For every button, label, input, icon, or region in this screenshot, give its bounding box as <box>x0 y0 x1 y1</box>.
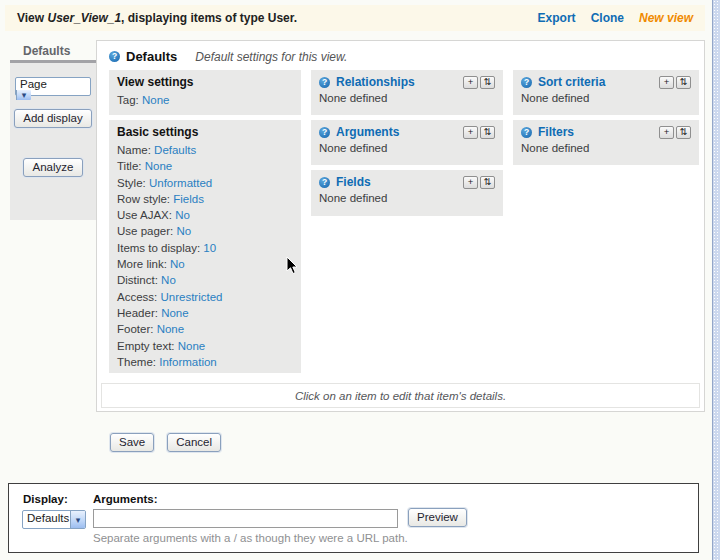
sort-criteria-title-link[interactable]: Sort criteria <box>538 75 605 89</box>
setting-value-link[interactable]: No <box>161 274 176 286</box>
fields-title-link[interactable]: Fields <box>336 175 371 189</box>
setting-label: Title: <box>117 160 142 172</box>
setting-label: Theme: <box>117 356 156 368</box>
relationships-title-link[interactable]: Relationships <box>336 75 415 89</box>
setting-row-theme: Theme: Information <box>117 354 293 370</box>
setting-row-distinct: Distinct: No <box>117 272 293 288</box>
tab-defaults[interactable]: Defaults <box>10 40 96 60</box>
setting-row-empty-text: Empty text: None <box>117 338 293 354</box>
panel-title: Defaults <box>126 49 177 64</box>
help-icon[interactable]: ? <box>319 77 330 88</box>
setting-value-link[interactable]: Unformatted <box>149 177 212 189</box>
rearrange-icon[interactable]: ⇅ <box>480 126 495 139</box>
help-icon[interactable]: ? <box>521 127 532 138</box>
display-type-select[interactable]: Page ▾ <box>15 77 91 96</box>
arguments-buttons: + ⇅ <box>463 126 495 139</box>
setting-value-link[interactable]: Defaults <box>154 144 196 156</box>
filters-empty-text: None defined <box>521 142 691 154</box>
preview-display-label: Display: <box>23 493 68 505</box>
add-icon[interactable]: + <box>463 126 478 139</box>
setting-value-link[interactable]: None <box>145 160 173 172</box>
setting-label: Access: <box>117 291 157 303</box>
filters-title-link[interactable]: Filters <box>538 125 574 139</box>
panel-description: Default settings for this view. <box>195 50 347 64</box>
view-settings-box: View settings Tag: None <box>109 70 301 115</box>
cancel-button[interactable]: Cancel <box>167 433 221 452</box>
fields-buttons: + ⇅ <box>463 176 495 189</box>
relationships-head: ? Relationships + ⇅ <box>319 75 495 89</box>
setting-value-link[interactable]: No <box>176 225 191 237</box>
setting-value-link[interactable]: None <box>142 94 170 106</box>
setting-label: Use AJAX: <box>117 209 172 221</box>
rearrange-icon[interactable]: ⇅ <box>480 76 495 89</box>
view-title: View User_View_1, displaying items of ty… <box>17 11 297 25</box>
arguments-title-link[interactable]: Arguments <box>336 125 399 139</box>
add-display-button[interactable]: Add display <box>14 109 92 128</box>
setting-value-link[interactable]: None <box>161 307 189 319</box>
sort-criteria-head: ? Sort criteria + ⇅ <box>521 75 691 89</box>
form-actions: Save Cancel <box>110 433 221 452</box>
view-action-links: Export Clone New view <box>538 11 693 25</box>
arguments-head: ? Arguments + ⇅ <box>319 125 495 139</box>
new-view-link[interactable]: New view <box>639 11 693 25</box>
rearrange-icon[interactable]: ⇅ <box>676 126 691 139</box>
setting-label: Tag: <box>117 94 139 106</box>
setting-value-link[interactable]: None <box>178 340 206 352</box>
filters-buttons: + ⇅ <box>659 126 691 139</box>
add-icon[interactable]: + <box>463 176 478 189</box>
preview-display-value: Defaults <box>23 511 70 528</box>
basic-settings-box: Basic settings Name: Defaults Title: Non… <box>109 120 301 373</box>
setting-row-more-link: More link: No <box>117 256 293 272</box>
setting-row-style: Style: Unformatted <box>117 175 293 191</box>
setting-label: Items to display: <box>117 242 200 254</box>
relationships-empty-text: None defined <box>319 92 495 104</box>
setting-row-title: Title: None <box>117 158 293 174</box>
help-icon[interactable]: ? <box>319 127 330 138</box>
setting-row-tag: Tag: None <box>117 92 293 108</box>
setting-value-link[interactable]: Information <box>159 356 217 368</box>
fields-head: ? Fields + ⇅ <box>319 175 495 189</box>
setting-row-header: Header: None <box>117 305 293 321</box>
analyze-button[interactable]: Analyze <box>23 158 83 177</box>
setting-value-link[interactable]: Unrestricted <box>160 291 222 303</box>
add-icon[interactable]: + <box>463 76 478 89</box>
clone-link[interactable]: Clone <box>591 11 624 25</box>
scrollbar-track[interactable] <box>712 0 720 560</box>
relationships-buttons: + ⇅ <box>463 76 495 89</box>
save-button[interactable]: Save <box>110 433 154 452</box>
display-sidebar: Defaults Page ▾ Add display Analyze <box>10 40 96 220</box>
panel-header: ? Defaults Default settings for this vie… <box>109 49 347 64</box>
setting-row-row-style: Row style: Fields <box>117 191 293 207</box>
help-icon[interactable]: ? <box>319 177 330 188</box>
rearrange-icon[interactable]: ⇅ <box>480 176 495 189</box>
display-settings-panel: ? Defaults Default settings for this vie… <box>96 40 705 412</box>
setting-label: Use pager: <box>117 225 173 237</box>
arguments-empty-text: None defined <box>319 142 495 154</box>
help-icon[interactable]: ? <box>521 77 532 88</box>
help-icon[interactable]: ? <box>109 51 120 62</box>
setting-label: Name: <box>117 144 151 156</box>
setting-label: Style: <box>117 177 146 189</box>
preview-button[interactable]: Preview <box>408 508 467 527</box>
rearrange-icon[interactable]: ⇅ <box>676 76 691 89</box>
setting-value-link[interactable]: 10 <box>203 242 216 254</box>
setting-label: Empty text: <box>117 340 175 352</box>
setting-value-link[interactable]: None <box>157 323 185 335</box>
export-link[interactable]: Export <box>538 11 576 25</box>
fields-empty-text: None defined <box>319 192 495 204</box>
setting-row-footer: Footer: None <box>117 321 293 337</box>
preview-arguments-label: Arguments: <box>93 493 158 505</box>
setting-value-link[interactable]: No <box>175 209 190 221</box>
view-title-suffix: , displaying items of type User. <box>121 11 297 25</box>
basic-settings-title: Basic settings <box>117 125 293 139</box>
chevron-down-icon: ▾ <box>16 90 31 100</box>
preview-help-text: Separate arguments with a / as though th… <box>93 532 408 544</box>
preview-arguments-input[interactable] <box>93 509 398 528</box>
add-icon[interactable]: + <box>659 76 674 89</box>
view-title-prefix: View <box>17 11 47 25</box>
setting-value-link[interactable]: No <box>170 258 185 270</box>
add-icon[interactable]: + <box>659 126 674 139</box>
setting-value-link[interactable]: Fields <box>173 193 204 205</box>
fields-box: ? Fields + ⇅ None defined <box>311 170 503 216</box>
preview-display-select[interactable]: Defaults ▾ <box>22 510 86 529</box>
